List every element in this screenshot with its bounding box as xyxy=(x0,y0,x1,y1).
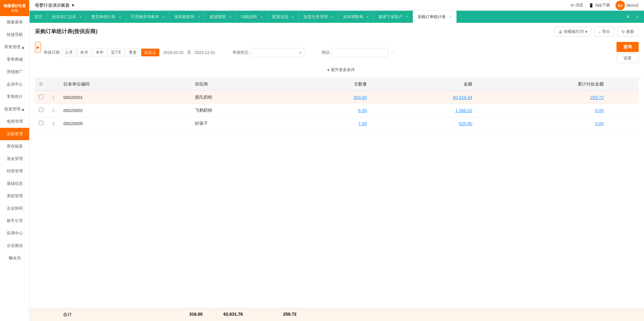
date-btn-last-month[interactable]: 上月 xyxy=(62,49,76,56)
tab-close-all-btn[interactable]: ✕ xyxy=(624,13,632,20)
date-btn-this-year[interactable]: 本年 xyxy=(93,49,107,56)
settings-btn[interactable]: 设置 xyxy=(616,53,639,63)
tab-overstock-alert-close[interactable]: × xyxy=(229,15,231,19)
row-main-qty[interactable]: 303.00 xyxy=(289,91,371,104)
account-selector[interactable]: 母婴行业演示账套 ▾ xyxy=(35,2,74,8)
tab-config-info[interactable]: 配置信息 × xyxy=(268,11,299,23)
sidebar-item-retail-shop[interactable]: 零售商城 xyxy=(0,53,29,66)
sidebar-item-retail[interactable]: 零售管理 ▲ xyxy=(0,41,29,53)
expand-more-btn[interactable]: ▾ 展开更多条件 xyxy=(327,65,355,75)
export-btn[interactable]: ↓ 导出 xyxy=(594,27,614,37)
col-extra xyxy=(608,78,639,91)
sidebar-item-member2[interactable]: 畅会员 xyxy=(0,252,29,264)
tab-restore-btn[interactable]: ⤢ xyxy=(633,13,641,20)
template-print-btn[interactable]: 🖨 按模板打印 ▾ xyxy=(554,27,592,37)
sidebar-item-member[interactable]: 会员中心 xyxy=(0,78,29,91)
table-row: 3 00020005 好孩子 7.00 525.80 0.00 xyxy=(35,117,639,130)
filter-area: ▶ 单据日期 上月 本月 本年 近7天 更多 自定义 xyxy=(30,39,644,78)
logo-line1: 畅捷通好生意 xyxy=(4,3,26,8)
tab-goods-summary[interactable]: 要货单统计表 × xyxy=(87,11,126,23)
row-amount[interactable]: 525.80 xyxy=(371,117,476,130)
tab-function-desc-close[interactable]: × xyxy=(260,15,262,19)
refresh-btn[interactable]: ↻ 刷新 xyxy=(617,27,639,37)
tab-receive-summary[interactable]: 收发存汇总表 × xyxy=(47,11,87,23)
sidebar-item-search[interactable]: 搜索菜单 xyxy=(0,16,29,29)
sidebar-item-finance[interactable]: 资金管理 xyxy=(0,153,29,165)
sidebar-item-purchase[interactable]: 采购管理 xyxy=(0,128,29,140)
message-btn[interactable]: ✉ 消息 xyxy=(571,2,583,8)
sidebar-item-newguide[interactable]: 新手引导 xyxy=(0,215,29,227)
tab-cost-adjust-close[interactable]: × xyxy=(367,15,369,19)
tab-cost-adjust[interactable]: 成本调整单 × xyxy=(338,11,374,23)
col-main-qty: 主数量 xyxy=(289,78,371,91)
tab-expiry-query[interactable]: 保质期查询 × xyxy=(169,11,205,23)
date-btn-this-month[interactable]: 本月 xyxy=(77,49,91,56)
user-avatar-btn[interactable]: Ea demo2 xyxy=(615,1,639,10)
tab-config-info-close[interactable]: × xyxy=(292,15,294,19)
sidebar-item-system[interactable]: 系统管理 xyxy=(0,190,29,202)
sidebar-item-inventory[interactable]: 库存核算 xyxy=(0,140,29,153)
row-amount[interactable]: 60,519.44 xyxy=(371,91,476,104)
row-checkbox[interactable] xyxy=(39,121,43,125)
tab-available-inventory-close[interactable]: × xyxy=(162,15,164,19)
app-download-btn[interactable]: 📱 App下载 xyxy=(589,2,610,8)
expand-icon: ▾ xyxy=(327,68,329,72)
tab-goods-summary-close[interactable]: × xyxy=(119,15,121,19)
table-footer: 合计 316.00 62,631.76 259.72 xyxy=(30,308,644,321)
sidebar-item-enterprise[interactable]: 企业协同 xyxy=(0,202,29,215)
filter-status-select-wrapper xyxy=(251,48,304,57)
tab-goods-summary-label: 要货单统计表 xyxy=(91,14,115,20)
tab-function-desc[interactable]: 功能说明 × xyxy=(236,11,267,23)
row-amount[interactable]: 1,586.52 xyxy=(371,104,476,117)
tab-invite-downstream-close[interactable]: × xyxy=(406,15,408,19)
tab-bar: 首页 收发存汇总表 × 要货单统计表 × 可用量库存账本 × 保质期查询 × 超… xyxy=(30,11,644,23)
date-btn-more[interactable]: 更多 xyxy=(126,49,140,56)
query-btn[interactable]: 查询 xyxy=(616,42,639,52)
row-main-qty[interactable]: 6.00 xyxy=(289,104,371,117)
row-paid-amount[interactable]: 0.00 xyxy=(476,104,608,117)
row-paid-amount[interactable]: 0.00 xyxy=(476,117,608,130)
date-btn-custom[interactable]: 自定义 xyxy=(141,49,159,56)
column-settings-icon[interactable]: ⚙ xyxy=(39,82,43,87)
col-unit-code: 往来单位编码 xyxy=(59,78,191,91)
sidebar-item-wholesale-label: 批发管理 xyxy=(4,106,20,112)
filter-status-select[interactable] xyxy=(251,48,304,57)
retail-arrow-icon: ▲ xyxy=(21,45,25,50)
tab-purchase-summary[interactable]: 采购订单统计表 × xyxy=(413,11,456,23)
sidebar: 畅捷通好生意 标版 搜索菜单 快捷导航 零售管理 ▲ 零售商城 营销推广 会员中… xyxy=(0,0,30,321)
date-btn-7days[interactable]: 近7天 xyxy=(108,49,124,56)
tab-purchase-summary-close[interactable]: × xyxy=(449,15,451,19)
sidebar-item-marketing[interactable]: 营销推广 xyxy=(0,66,29,78)
goods-search-more-icon[interactable]: ··· xyxy=(391,50,394,55)
sidebar-item-appcenter[interactable]: 应用中心 xyxy=(0,227,29,239)
sidebar-item-wechat[interactable]: 企业微信 xyxy=(0,239,29,252)
tab-home[interactable]: 首页 xyxy=(30,11,47,23)
tab-config-info-label: 配置信息 xyxy=(272,14,288,20)
wholesale-arrow-icon: ▲ xyxy=(21,107,25,112)
sidebar-item-retail-stats[interactable]: 零售统计 xyxy=(0,91,29,103)
tab-overstock-alert[interactable]: 超储预警 × xyxy=(205,11,236,23)
tab-available-inventory[interactable]: 可用量库存账本 × xyxy=(126,11,169,23)
filter-goods-input[interactable] xyxy=(332,48,388,57)
sidebar-item-shortcut[interactable]: 快捷导航 xyxy=(0,29,29,41)
row-unit-code: 00020005 xyxy=(59,117,191,130)
sidebar-item-wholesale[interactable]: 批发管理 ▲ xyxy=(0,103,29,115)
date-range-sep: 至 xyxy=(187,50,191,55)
row-paid-amount[interactable]: 259.72 xyxy=(476,91,608,104)
tab-picking-tasks-close[interactable]: × xyxy=(331,15,333,19)
row-checkbox[interactable] xyxy=(39,108,43,112)
filter-goods-item: 商品 ··· xyxy=(322,48,394,57)
tab-invite-downstream[interactable]: 邀请下游客户 × xyxy=(374,11,413,23)
row-main-qty[interactable]: 7.00 xyxy=(289,117,371,130)
tab-picking-tasks[interactable]: 拣货任务管理 × xyxy=(299,11,338,23)
row-checkbox[interactable] xyxy=(39,95,43,99)
topbar: 母婴行业演示账套 ▾ ✉ 消息 📱 App下载 Ea demo2 xyxy=(30,0,644,11)
filter-toggle-btn[interactable]: ▶ xyxy=(35,42,41,53)
tab-expiry-query-close[interactable]: × xyxy=(198,15,200,19)
sidebar-item-basic[interactable]: 基础信息 xyxy=(0,177,29,190)
sidebar-item-operations[interactable]: 经营管理 xyxy=(0,165,29,177)
tab-purchase-summary-label: 采购订单统计表 xyxy=(418,14,446,20)
sidebar-item-ecommerce[interactable]: 电商管理 xyxy=(0,115,29,128)
footer-spacer2 xyxy=(47,312,59,318)
tab-receive-summary-close[interactable]: × xyxy=(79,15,82,19)
